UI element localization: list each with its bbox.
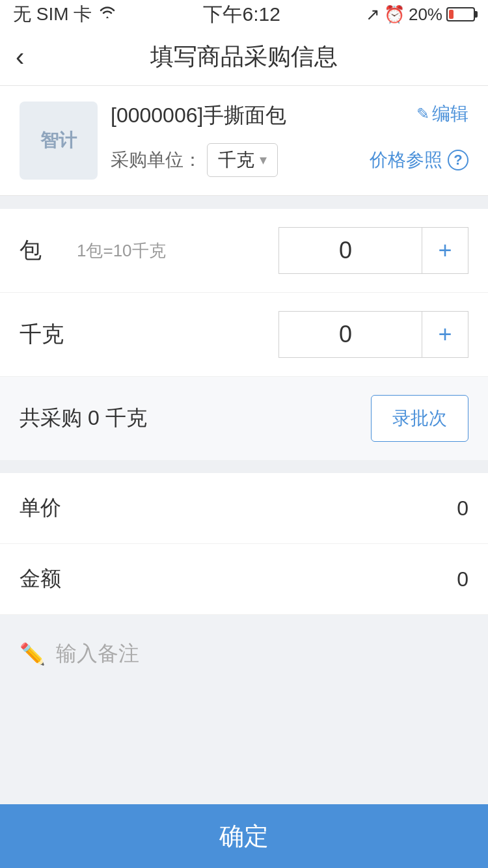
nav-bar: ‹ 填写商品采购信息 [0,29,488,86]
quantity-row-bag: 包 1包=10千克 + [0,209,488,293]
pencil-icon: ✏️ [20,642,46,666]
product-name: [0000006]手撕面包 [111,102,406,130]
battery-fill [449,10,454,19]
battery-percent: 20% [409,5,442,25]
section-divider-2 [0,460,488,473]
quantity-section: 包 1包=10千克 + 千克 + [0,209,488,377]
carrier-label: 无 SIM 卡 [13,2,92,27]
price-ref-help-icon: ? [448,150,468,170]
status-time: 下午6:12 [203,1,280,28]
status-left: 无 SIM 卡 [13,2,118,27]
back-button[interactable]: ‹ [16,42,24,72]
battery-icon [446,7,475,21]
amount-label: 金额 [20,565,61,593]
edit-icon: ✎ [416,105,429,123]
price-ref-button[interactable]: 价格参照 ? [370,148,468,172]
unit-price-row: 单价 0 [0,473,488,544]
total-row: 共采购 0 千克 录批次 [0,377,488,460]
quantity-plus-kg[interactable]: + [422,311,468,358]
edit-button[interactable]: ✎ 编辑 [416,102,468,126]
amount-value: 0 [457,567,468,591]
product-image-text: 智计 [40,128,77,153]
quantity-row-kg: 千克 + [0,293,488,377]
alarm-icon: ⏰ [384,5,405,25]
edit-label: 编辑 [432,102,468,126]
unit-price-value: 0 [457,496,468,521]
quantity-input-bag[interactable] [278,227,422,274]
location-icon: ↗ [366,5,380,25]
product-unit-row: 采购单位： 千克 ▾ 价格参照 ? [111,143,468,177]
product-card: 智计 [0000006]手撕面包 ✎ 编辑 采购单位： 千克 ▾ [0,86,488,196]
price-ref-label: 价格参照 [370,148,442,172]
quantity-input-group-bag: + [278,227,468,274]
amount-row: 金额 0 [0,544,488,615]
price-section: 单价 0 金额 0 [0,473,488,615]
confirm-button[interactable]: 确定 [0,804,488,868]
remark-section[interactable]: ✏️ 输入备注 [0,615,488,693]
quantity-sublabel-bag: 1包=10千克 [77,239,278,262]
section-divider-1 [0,196,488,209]
quantity-label-kg: 千克 [20,319,72,349]
unit-price-label: 单价 [20,494,61,522]
dropdown-arrow-icon: ▾ [260,152,267,169]
unit-label: 采购单位： [111,148,202,172]
product-header: [0000006]手撕面包 ✎ 编辑 [111,102,468,130]
quantity-plus-bag[interactable]: + [422,227,468,274]
status-bar: 无 SIM 卡 下午6:12 ↗ ⏰ 20% [0,0,488,29]
record-batch-button[interactable]: 录批次 [371,395,468,442]
total-label: 共采购 0 千克 [20,404,371,433]
quantity-input-group-kg: + [278,311,468,358]
page-title: 填写商品采购信息 [150,41,338,73]
product-info: [0000006]手撕面包 ✎ 编辑 采购单位： 千克 ▾ 价格参照 ? [111,102,468,177]
unit-selector[interactable]: 千克 ▾ [207,143,278,177]
wifi-icon [97,4,118,25]
unit-value: 千克 [218,148,254,172]
quantity-label-bag: 包 [20,236,72,265]
product-image: 智计 [20,102,98,180]
status-right: ↗ ⏰ 20% [366,5,475,25]
quantity-input-kg[interactable] [278,311,422,358]
remark-placeholder: 输入备注 [56,640,139,668]
